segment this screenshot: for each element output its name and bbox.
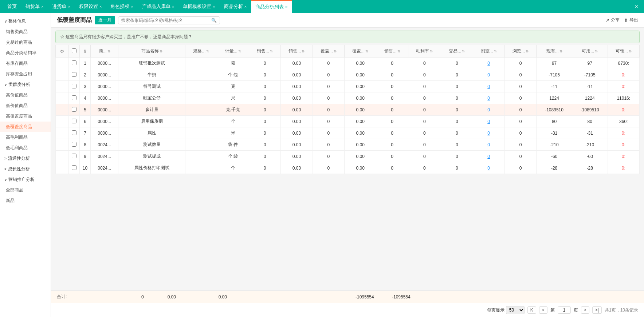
sidebar-item-stock-funds[interactable]: 库存资金占用 bbox=[0, 69, 51, 79]
row-settings[interactable] bbox=[56, 116, 69, 127]
row-select-checkbox[interactable] bbox=[72, 60, 76, 65]
select-all-checkbox[interactable] bbox=[72, 48, 76, 53]
row-select-checkbox[interactable] bbox=[72, 72, 76, 77]
sidebar-item-all-goods[interactable]: 全部商品 bbox=[0, 185, 51, 195]
table-scroll-container[interactable]: ⚙ # 商...⇅ 商品名称⇅ 规格...⇅ 计量...⇅ 销售...⇅ 销售.… bbox=[55, 45, 640, 289]
row-browse1[interactable]: 0 bbox=[473, 139, 504, 151]
th-checkbox[interactable] bbox=[69, 45, 80, 58]
row-browse1[interactable]: 0 bbox=[473, 92, 504, 104]
row-select-checkbox[interactable] bbox=[72, 84, 76, 88]
row-settings[interactable] bbox=[56, 127, 69, 139]
row-browse1[interactable]: 0 bbox=[473, 81, 504, 92]
share-button[interactable]: ↗ 分享 bbox=[605, 17, 620, 23]
row-settings[interactable] bbox=[56, 92, 69, 104]
next-page-button[interactable]: > bbox=[581, 306, 589, 314]
th-spec[interactable]: 规格...⇅ bbox=[185, 45, 217, 58]
row-select-checkbox[interactable] bbox=[72, 142, 76, 147]
sidebar-section-cluster[interactable]: ∨ 类群度分析 bbox=[0, 79, 51, 90]
search-input[interactable] bbox=[121, 18, 210, 23]
row-checkbox[interactable] bbox=[69, 162, 80, 174]
row-settings[interactable] bbox=[56, 81, 69, 92]
sidebar-item-new-goods[interactable]: 新品 bbox=[0, 195, 51, 206]
close-icon[interactable]: × bbox=[131, 0, 133, 13]
close-icon[interactable]: × bbox=[68, 0, 70, 13]
nav-role-auth[interactable]: 角色授权 × bbox=[106, 0, 137, 13]
row-settings[interactable] bbox=[56, 58, 69, 69]
period-button[interactable]: 近一月 bbox=[95, 16, 115, 24]
sidebar-section-marketing[interactable]: ∨ 营销推广分析 bbox=[0, 174, 51, 185]
row-checkbox[interactable] bbox=[69, 58, 80, 69]
th-browse2[interactable]: 浏览...⇅ bbox=[504, 45, 536, 58]
th-coverage2[interactable]: 覆盖...⇅ bbox=[344, 45, 376, 58]
row-select-checkbox[interactable] bbox=[72, 107, 76, 112]
sidebar-section-growth[interactable]: > 成长性分析 bbox=[0, 164, 51, 174]
row-checkbox[interactable] bbox=[69, 116, 80, 127]
row-checkbox[interactable] bbox=[69, 92, 80, 104]
row-select-checkbox[interactable] bbox=[72, 95, 76, 100]
row-browse1[interactable]: 0 bbox=[473, 127, 504, 139]
close-icon[interactable]: × bbox=[41, 0, 43, 13]
th-code[interactable]: 商...⇅ bbox=[91, 45, 118, 58]
nav-purchase-order[interactable]: 进货单 × bbox=[48, 0, 74, 13]
row-checkbox[interactable] bbox=[69, 69, 80, 81]
search-icon[interactable]: 🔍 bbox=[211, 18, 217, 23]
th-sales-amt[interactable]: 销售...⇅ bbox=[281, 45, 313, 58]
row-checkbox[interactable] bbox=[69, 127, 80, 139]
sidebar-item-has-stock[interactable]: 有库存商品 bbox=[0, 58, 51, 69]
row-settings[interactable] bbox=[56, 162, 69, 174]
nav-product-analysis[interactable]: 商品分析 × bbox=[220, 0, 251, 13]
row-select-checkbox[interactable] bbox=[72, 165, 76, 170]
th-gross-rate[interactable]: 毛利率⇅ bbox=[408, 45, 441, 58]
row-settings[interactable] bbox=[56, 139, 69, 151]
row-checkbox[interactable] bbox=[69, 139, 80, 151]
nav-home[interactable]: 首页 bbox=[3, 0, 21, 13]
sidebar-item-sales-goods[interactable]: 销售类商品 bbox=[0, 27, 51, 37]
prev-page-button[interactable]: < bbox=[539, 306, 547, 314]
close-icon[interactable]: × bbox=[213, 0, 215, 13]
row-checkbox[interactable] bbox=[69, 104, 80, 116]
nav-permission[interactable]: 权限设置 × bbox=[75, 0, 106, 13]
row-browse1[interactable]: 0 bbox=[473, 116, 504, 127]
row-browse1[interactable]: 0 bbox=[473, 69, 504, 81]
row-checkbox[interactable] bbox=[69, 151, 80, 162]
export-button[interactable]: ⬆ 导出 bbox=[624, 17, 638, 23]
close-icon[interactable]: × bbox=[285, 0, 287, 13]
sidebar-item-traded-goods[interactable]: 交易过的商品 bbox=[0, 37, 51, 48]
th-current[interactable]: 现有...⇅ bbox=[537, 45, 572, 58]
row-select-checkbox[interactable] bbox=[72, 130, 76, 135]
sidebar-item-high-margin[interactable]: 高毛利商品 bbox=[0, 132, 51, 143]
close-icon[interactable]: × bbox=[99, 0, 102, 13]
th-sales-qty[interactable]: 销售...⇅ bbox=[249, 45, 280, 58]
first-page-button[interactable]: K bbox=[527, 306, 536, 314]
row-settings[interactable] bbox=[56, 151, 69, 162]
th-browse1[interactable]: 浏览...⇅ bbox=[473, 45, 504, 58]
nav-template[interactable]: 单据模板设置 × bbox=[178, 0, 219, 13]
th-sellable[interactable]: 可销...⇅ bbox=[608, 45, 639, 58]
row-checkbox[interactable] bbox=[69, 81, 80, 92]
row-select-checkbox[interactable] bbox=[72, 119, 76, 123]
last-page-button[interactable]: >| bbox=[592, 306, 602, 314]
nav-sales-order[interactable]: 销货单 × bbox=[21, 0, 48, 13]
th-coverage1[interactable]: 覆盖...⇅ bbox=[313, 45, 344, 58]
row-browse1[interactable]: 0 bbox=[473, 162, 504, 174]
th-available[interactable]: 可用...⇅ bbox=[572, 45, 608, 58]
row-settings[interactable] bbox=[56, 69, 69, 81]
page-number-input[interactable] bbox=[558, 306, 571, 314]
sidebar-item-low-coverage[interactable]: 低覆盖度商品 bbox=[0, 122, 51, 132]
sidebar-item-high-coverage[interactable]: 高覆盖度商品 bbox=[0, 111, 51, 122]
sidebar-item-high-value[interactable]: 高价值商品 bbox=[0, 90, 51, 100]
sidebar-section-overall[interactable]: ∨ 整体信息 bbox=[0, 16, 51, 27]
th-trade[interactable]: 交易...⇅ bbox=[441, 45, 473, 58]
nav-product-in[interactable]: 产成品入库单 × bbox=[138, 0, 178, 13]
th-name[interactable]: 商品名称⇅ bbox=[118, 45, 185, 58]
th-settings[interactable]: ⚙ bbox=[56, 45, 69, 58]
close-icon[interactable]: × bbox=[244, 0, 247, 13]
close-all-button[interactable]: × bbox=[632, 3, 641, 10]
row-browse1[interactable]: 0 bbox=[473, 151, 504, 162]
sidebar-item-low-margin[interactable]: 低毛利商品 bbox=[0, 143, 51, 153]
row-browse1[interactable]: 0 bbox=[473, 104, 504, 116]
sidebar-item-category-rate[interactable]: 商品分类动销率 bbox=[0, 48, 51, 58]
close-icon[interactable]: × bbox=[172, 0, 174, 13]
sidebar-section-flow[interactable]: > 流通性分析 bbox=[0, 153, 51, 164]
nav-product-analysis-list[interactable]: 商品分析列表 × bbox=[251, 0, 292, 13]
